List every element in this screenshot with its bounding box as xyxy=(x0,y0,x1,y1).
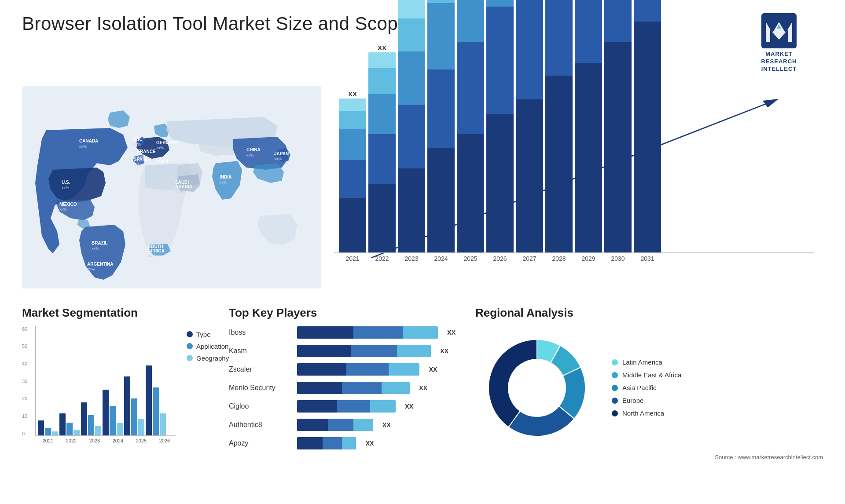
seg-bar-0-2021 xyxy=(38,420,44,435)
regional-legend-dot-1 xyxy=(612,372,618,378)
player-bar-seg-1-0 xyxy=(353,326,403,339)
legend-dot-geography xyxy=(187,355,193,361)
source-text: Source : www.marketresearchintellect.com xyxy=(475,454,823,460)
player-row-4: CiglooXX xyxy=(229,400,467,413)
player-bar-0 xyxy=(297,326,438,339)
page: Browser Isolation Tool Market Size and S… xyxy=(0,0,845,504)
bar-group-2024: XX xyxy=(427,0,455,252)
bar-stack-2023 xyxy=(398,0,425,252)
bar-seg-0-2024 xyxy=(427,148,455,252)
bar-year-2031: 2031 xyxy=(634,255,661,262)
seg-bar-1-2026 xyxy=(153,387,159,435)
player-row-5: Authentic8XX xyxy=(229,419,467,431)
player-bar-wrap-4: XX xyxy=(297,400,396,413)
regional-legend: Latin AmericaMiddle East & AfricaAsia Pa… xyxy=(612,358,681,417)
player-bar-seg-2-5 xyxy=(353,419,373,431)
main-grid: CANADA xx% U.S. xx% MEXICO xx% BRAZIL xx… xyxy=(22,82,823,460)
y-label-40: 40 xyxy=(22,361,27,366)
player-name-4: Cigloo xyxy=(229,402,297,410)
regional-title: Regional Analysis xyxy=(475,306,823,320)
segmentation-title: Market Segmentation xyxy=(22,306,220,320)
seg-bars-container xyxy=(35,326,176,436)
bar-seg-1-2026 xyxy=(486,7,514,114)
y-label-50: 50 xyxy=(22,343,27,349)
regional-legend-label-2: Asia Pacific xyxy=(622,384,657,391)
seg-bar-0-2022 xyxy=(59,413,66,435)
seg-chart-legend: 60 50 40 30 20 10 0 20212022202320242025… xyxy=(22,326,220,443)
player-bar-seg-2-6 xyxy=(342,437,356,449)
seg-year-2026: 2026 xyxy=(154,438,176,443)
donut-area: Latin AmericaMiddle East & AfricaAsia Pa… xyxy=(475,326,823,449)
bar-stack-2028 xyxy=(545,0,573,252)
regional-legend-dot-3 xyxy=(612,398,618,404)
player-label-2: XX xyxy=(429,366,437,373)
seg-bar-group-2021 xyxy=(38,420,58,435)
bar-years: 2021202220232024202520262027202820292030… xyxy=(334,255,814,262)
seg-year-2023: 2023 xyxy=(84,438,106,443)
player-label-1: XX xyxy=(440,347,448,354)
regional-legend-item-0: Latin America xyxy=(612,358,681,366)
bar-year-2030: 2030 xyxy=(604,255,632,262)
bar-seg-1-2022 xyxy=(368,134,396,184)
bar-year-2028: 2028 xyxy=(545,255,573,262)
page-title: Browser Isolation Tool Market Size and S… xyxy=(22,13,408,34)
player-bar-seg-0-3 xyxy=(297,382,342,394)
player-name-1: Kasm xyxy=(229,347,297,355)
bar-year-2025: 2025 xyxy=(457,255,484,262)
seg-bar-2-2023 xyxy=(95,426,101,435)
bar-seg-1-2024 xyxy=(427,69,455,148)
regional-legend-dot-4 xyxy=(612,410,618,416)
player-bar-seg-2-0 xyxy=(403,326,438,339)
players-section: Top Key Players IbossXXKasmXXZscalerXXMe… xyxy=(229,306,467,460)
bar-group-2028: XX xyxy=(545,0,573,252)
bar-year-2021: 2021 xyxy=(339,255,366,262)
bar-chart-container: XXXXXXXXXXXXXXXXXXXXXX 20212022202320242… xyxy=(334,86,814,271)
bar-seg-0-2021 xyxy=(339,198,366,252)
regional-legend-item-4: North America xyxy=(612,409,681,417)
bar-group-2023: XX xyxy=(398,0,425,252)
y-label-0: 0 xyxy=(22,431,27,436)
seg-bar-group-2026 xyxy=(146,365,166,435)
seg-year-2024: 2024 xyxy=(107,438,129,443)
bar-seg-2-2025 xyxy=(457,0,484,42)
bar-seg-1-2030 xyxy=(604,0,632,42)
bar-stack-2022 xyxy=(368,52,396,252)
legend-application: Application xyxy=(187,343,229,350)
regional-legend-item-2: Asia Pacific xyxy=(612,384,681,391)
regional-section: Regional Analysis Latin AmericaMiddle Ea… xyxy=(475,306,823,460)
seg-bar-2-2022 xyxy=(73,430,80,435)
player-bar-seg-1-1 xyxy=(351,345,397,357)
bar-seg-1-2028 xyxy=(545,0,573,76)
seg-bar-2-2026 xyxy=(160,413,166,435)
logo-icon xyxy=(761,13,797,48)
players-list: IbossXXKasmXXZscalerXXMenlo SecurityXXCi… xyxy=(229,326,467,449)
player-label-3: XX xyxy=(419,384,427,391)
player-bar-wrap-6: XX xyxy=(297,437,356,449)
bar-seg-0-2031 xyxy=(634,22,661,252)
seg-bar-group-2023 xyxy=(81,402,101,435)
player-bar-seg-0-2 xyxy=(297,363,346,376)
segmentation-section: Market Segmentation 60 50 40 30 20 10 0 xyxy=(22,306,220,460)
player-bar-seg-0-4 xyxy=(297,400,337,413)
seg-year-2022: 2022 xyxy=(60,438,82,443)
bar-group-2031: XX xyxy=(634,0,661,252)
bar-seg-4-2021 xyxy=(339,99,366,111)
donut-seg-4 xyxy=(489,340,537,427)
legend-geography: Geography xyxy=(187,354,229,362)
bar-seg-1-2021 xyxy=(339,160,366,199)
player-name-2: Zscaler xyxy=(229,365,297,373)
regional-legend-label-0: Latin America xyxy=(622,358,662,366)
bar-year-2023: 2023 xyxy=(398,255,425,262)
player-row-6: ApozyXX xyxy=(229,437,467,449)
seg-year-2021: 2021 xyxy=(37,438,59,443)
bar-stack-2024 xyxy=(427,0,455,252)
legend-type: Type xyxy=(187,331,229,338)
bar-seg-0-2030 xyxy=(604,42,632,252)
bar-seg-1-2029 xyxy=(575,0,602,63)
player-bar-seg-2-1 xyxy=(397,345,431,357)
player-name-6: Apozy xyxy=(229,439,297,447)
player-bar-seg-1-4 xyxy=(337,400,371,413)
players-title: Top Key Players xyxy=(229,306,467,320)
bar-top-label-2021: XX xyxy=(348,90,357,98)
seg-bar-0-2023 xyxy=(81,402,87,435)
